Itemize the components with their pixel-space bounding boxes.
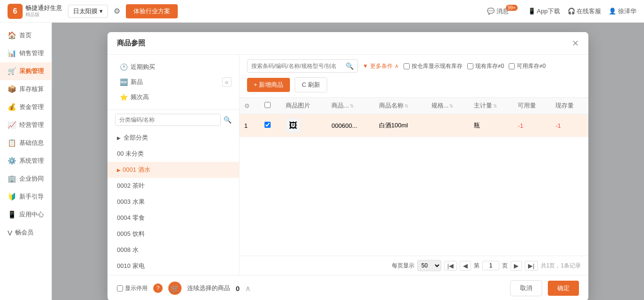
sort-unit-icon[interactable]: ⇅ xyxy=(493,103,497,108)
sidebar-item-purchase[interactable]: 🛒采购管理 xyxy=(0,62,51,80)
app-download[interactable]: 📱 App下载 xyxy=(528,7,560,16)
modal-title: 商品参照 xyxy=(117,39,145,48)
sidebar-item-inventory[interactable]: 📦库存核算 xyxy=(0,80,51,98)
category-item-3[interactable]: 0003 水果 xyxy=(107,194,239,210)
checkbox-stock-not-zero-input[interactable] xyxy=(467,63,473,69)
per-page-select[interactable]: 50 100 200 xyxy=(417,260,441,271)
quick-btn-new[interactable]: 🆕 新品 xyxy=(115,75,222,90)
checkbox-show-stock-input[interactable] xyxy=(404,63,410,69)
category-item-6[interactable]: 0008 水 xyxy=(107,242,239,258)
product-search-input[interactable] xyxy=(248,60,342,72)
page-input[interactable] xyxy=(482,261,499,270)
sidebar-item-operations[interactable]: 📈经营管理 xyxy=(0,116,51,134)
modal-backdrop: 商品参照 ✕ 🕐 近期购买 xyxy=(52,23,644,300)
help-icon[interactable]: ? xyxy=(153,283,163,293)
category-item-2[interactable]: 0002 茶叶 xyxy=(107,178,239,194)
col-img: 商品图片 xyxy=(281,98,327,114)
modal-header: 商品参照 ✕ xyxy=(107,32,588,55)
col-available: 可用量 xyxy=(513,98,551,114)
frequent-icon: ⭐ xyxy=(120,93,128,101)
sidebar-item-apps[interactable]: 📱应用中心 xyxy=(0,206,51,224)
gear-icon[interactable]: ⚙ xyxy=(114,7,120,16)
cart-icon[interactable]: 🛒 xyxy=(168,282,182,295)
sidebar-item-sales[interactable]: 📊销售管理 xyxy=(0,44,51,62)
store-selector[interactable]: 日太阳膜 ▾ xyxy=(68,5,108,18)
checkbox-available-not-zero-input[interactable] xyxy=(509,63,515,69)
col-spec: 规格...⇅ xyxy=(427,98,469,114)
next-page-button[interactable]: ▶ xyxy=(511,261,522,271)
modal-footer: 显示停用 ? 🛒 连续选择的商品 0 ∧ 取消 确定 xyxy=(107,275,588,300)
per-page-label: 每页显示 xyxy=(392,262,414,270)
page-suffix: 页 xyxy=(502,262,508,270)
user-avatar[interactable]: 👤 徐泽华 xyxy=(609,7,636,16)
collapse-left-button[interactable]: « xyxy=(222,77,231,87)
row-img: 🖼 xyxy=(281,114,327,137)
category-item-1[interactable]: ▶ 0001 酒水 xyxy=(107,162,239,178)
refresh-button[interactable]: C 刷新 xyxy=(295,77,327,92)
category-item-0[interactable]: 00 未分类 xyxy=(107,146,239,162)
collapse-footer-icon[interactable]: ∧ xyxy=(245,284,251,293)
checkbox-available-not-zero[interactable]: 可用库存≠0 xyxy=(509,62,545,70)
category-list: ▶ 全部分类 00 未分类 ▶ 0001 酒水 0002 茶 xyxy=(107,130,239,275)
pagination: 每页显示 50 100 200 |◀ ◀ 第 页 ▶ xyxy=(239,256,588,275)
sidebar-item-enterprise[interactable]: 🏢企业协同 xyxy=(0,170,51,188)
sidebar-item-system[interactable]: ⚙️系统管理 xyxy=(0,152,51,170)
sort-name-icon[interactable]: ⇅ xyxy=(405,103,408,108)
sidebar-item-basic-info[interactable]: 📋基础信息 xyxy=(0,134,51,152)
show-disabled-label[interactable]: 显示停用 xyxy=(117,284,148,292)
category-search-icon[interactable]: 🔍 xyxy=(223,116,231,124)
col-settings[interactable]: ⚙ xyxy=(239,98,260,114)
category-search-input[interactable] xyxy=(115,114,221,126)
topnav-right: 💬 消息99+ 📱 App下载 🎧 在线客服 👤 徐泽华 xyxy=(487,7,636,16)
filter-button[interactable]: ▼ 更多条件 ∧ xyxy=(363,62,399,70)
col-code: 商品...⇅ xyxy=(327,98,374,114)
prev-page-button[interactable]: ◀ xyxy=(460,261,471,271)
message-area[interactable]: 💬 消息99+ xyxy=(487,7,520,16)
checkbox-stock-not-zero[interactable]: 现有库存≠0 xyxy=(467,62,504,70)
modal-right-panel: 🔍 ▼ 更多条件 ∧ 按仓库显示现有库存 xyxy=(239,55,588,275)
table-row[interactable]: 1 🖼 000600... 白酒100ml 瓶 xyxy=(239,114,588,137)
last-page-button[interactable]: ▶| xyxy=(525,261,537,271)
add-product-button[interactable]: + 新增商品 xyxy=(247,78,290,92)
sidebar-item-guide[interactable]: 🔰新手引导 xyxy=(0,188,51,206)
row-code: 000600... xyxy=(327,114,374,137)
sidebar-item-finance[interactable]: 💰资金管理 xyxy=(0,98,51,116)
table-body: 1 🖼 000600... 白酒100ml 瓶 xyxy=(239,114,588,137)
quick-btn-frequent[interactable]: ⭐ 频次高 xyxy=(115,90,222,105)
select-all-checkbox[interactable] xyxy=(264,102,271,108)
first-page-button[interactable]: |◀ xyxy=(444,261,457,271)
trial-button[interactable]: 体验行业方案 xyxy=(126,4,178,18)
col-name: 商品名称⇅ xyxy=(374,98,427,114)
home-icon: 🏠 xyxy=(8,31,17,40)
category-all[interactable]: ▶ 全部分类 xyxy=(107,130,239,146)
inventory-icon: 📦 xyxy=(8,85,17,93)
message-badge: 99+ xyxy=(506,5,518,11)
checkbox-show-stock[interactable]: 按仓库显示现有库存 xyxy=(404,62,462,70)
show-disabled-checkbox[interactable] xyxy=(117,285,123,292)
sidebar-item-home[interactable]: 🏠首页 xyxy=(0,26,51,44)
sort-code-icon[interactable]: ⇅ xyxy=(350,103,354,108)
table-gear-icon[interactable]: ⚙ xyxy=(244,102,250,109)
filter-chevron-icon: ∧ xyxy=(395,63,399,69)
sort-spec-icon[interactable]: ⇅ xyxy=(449,103,453,108)
online-service[interactable]: 🎧 在线客服 xyxy=(568,7,602,16)
footer-left: 显示停用 ? 🛒 连续选择的商品 0 ∧ xyxy=(117,282,504,295)
product-search-button[interactable]: 🔍 xyxy=(342,60,357,72)
row-select-checkbox[interactable] xyxy=(264,122,271,128)
purchase-icon: 🛒 xyxy=(8,67,17,75)
cancel-button[interactable]: 取消 xyxy=(510,280,542,296)
category-item-5[interactable]: 0005 饮料 xyxy=(107,226,239,242)
modal-close-button[interactable]: ✕ xyxy=(572,39,579,48)
search-input-wrap: 🔍 xyxy=(247,59,358,73)
category-item-7[interactable]: 0010 家电 xyxy=(107,258,239,274)
cart-label: 连续选择的商品 xyxy=(187,284,230,292)
sidebar-item-vip[interactable]: V畅会员 xyxy=(0,224,51,242)
category-item-4[interactable]: 0004 零食 xyxy=(107,210,239,226)
recent-icon: 🕐 xyxy=(120,63,128,71)
row-num: 1 xyxy=(239,114,260,137)
confirm-button[interactable]: 确定 xyxy=(548,281,579,296)
cart-count: 0 xyxy=(236,284,239,292)
quick-btn-recent[interactable]: 🕐 近期购买 xyxy=(115,59,222,75)
col-checkbox xyxy=(260,98,281,114)
row-checkbox[interactable] xyxy=(260,114,281,137)
